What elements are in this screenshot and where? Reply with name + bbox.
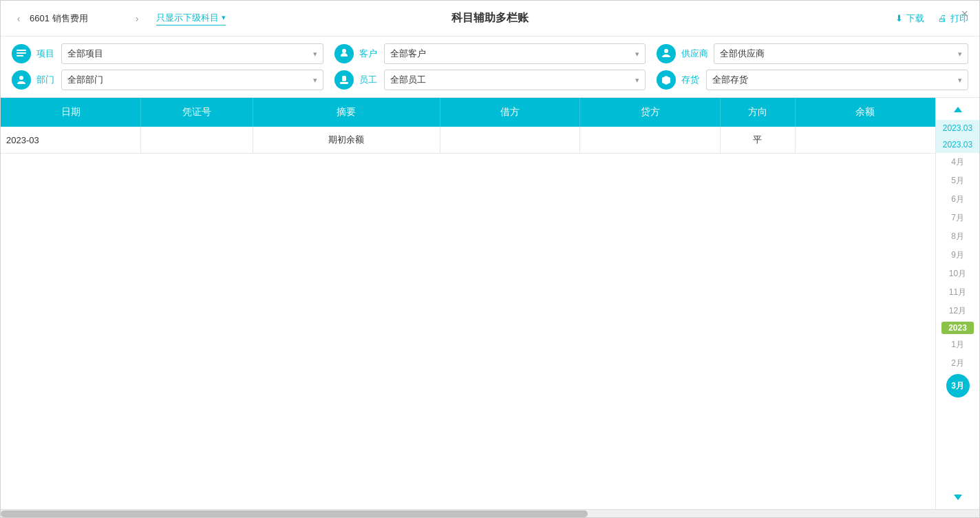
month-up-arrow[interactable] bbox=[948, 101, 968, 120]
month-down-arrow[interactable] bbox=[948, 487, 968, 506]
svg-point-4 bbox=[19, 76, 23, 80]
supplier-filter-item: 供应商 全部供应商 ▾ bbox=[657, 43, 968, 64]
cell-credit bbox=[580, 127, 721, 154]
inventory-value: 全部存货 bbox=[712, 74, 748, 86]
show-sub-toggle[interactable]: 只显示下级科目 ▾ bbox=[156, 12, 226, 25]
month-item-7[interactable]: 7月 bbox=[936, 209, 979, 227]
dept-label: 部门 bbox=[36, 74, 56, 86]
employee-icon bbox=[334, 70, 354, 90]
cell-debit bbox=[440, 127, 580, 154]
customer-label: 客户 bbox=[359, 48, 379, 60]
show-sub-arrow-icon: ▾ bbox=[222, 13, 226, 22]
show-sub-label: 只显示下级科目 bbox=[156, 12, 219, 24]
col-credit: 贷方 bbox=[580, 98, 721, 127]
month-item-3-active[interactable]: 3月 bbox=[946, 374, 970, 397]
month-item-1[interactable]: 1月 bbox=[936, 335, 979, 354]
month-item-9[interactable]: 9月 bbox=[936, 246, 979, 265]
download-button[interactable]: ⬇ 下载 bbox=[895, 12, 924, 25]
account-code: 6601 销售费用 bbox=[30, 12, 126, 25]
dept-select[interactable]: 全部部门 ▾ bbox=[61, 70, 323, 90]
customer-select[interactable]: 全部客户 ▾ bbox=[384, 43, 646, 64]
project-value: 全部项目 bbox=[67, 48, 103, 60]
month-item-5[interactable]: 5月 bbox=[936, 172, 979, 190]
top-bar: ‹ 6601 销售费用 › 只显示下级科目 ▾ 科目辅助多栏账 ⬇ 下载 🖨 打… bbox=[1, 1, 979, 37]
horizontal-scrollbar[interactable] bbox=[1, 509, 979, 517]
project-arrow-icon: ▾ bbox=[313, 50, 317, 59]
customer-icon bbox=[334, 44, 354, 63]
project-filter-item: 项目 全部项目 ▾ bbox=[12, 43, 323, 64]
top-actions: ⬇ 下载 🖨 打印 bbox=[895, 12, 968, 25]
filter-row-1: 项目 全部项目 ▾ 客户 全部客户 ▾ bbox=[12, 43, 968, 64]
dept-value: 全部部门 bbox=[67, 74, 103, 86]
main-table-area: 日期 凭证号 摘要 借方 贷方 方向 余额 2023-03 期初余额 bbox=[1, 98, 935, 509]
month-panel: 2023.03 2023.03 4月 5月 6月 7月 8月 9月 10月 11… bbox=[935, 98, 979, 509]
employee-select[interactable]: 全部员工 ▾ bbox=[384, 70, 646, 90]
cell-date: 2023-03 bbox=[1, 127, 141, 154]
year-label-2023[interactable]: 2023 bbox=[941, 322, 974, 334]
svg-rect-1 bbox=[17, 52, 26, 54]
cell-voucher bbox=[141, 127, 253, 154]
page-title: 科目辅助多栏账 bbox=[451, 11, 529, 25]
svg-rect-0 bbox=[17, 50, 26, 51]
col-balance: 余额 bbox=[795, 98, 935, 127]
month-item-2[interactable]: 2月 bbox=[936, 354, 979, 373]
col-voucher: 凭证号 bbox=[141, 98, 253, 127]
table-row[interactable]: 2023-03 期初余额 平 bbox=[1, 127, 935, 154]
ledger-table: 日期 凭证号 摘要 借方 贷方 方向 余额 2023-03 期初余额 bbox=[1, 98, 935, 154]
month-item-2023-03-end[interactable]: 2023.03 bbox=[936, 136, 979, 153]
dept-icon bbox=[12, 70, 31, 90]
col-direction: 方向 bbox=[721, 98, 796, 127]
svg-rect-2 bbox=[17, 55, 23, 56]
svg-marker-8 bbox=[954, 495, 962, 500]
customer-arrow-icon: ▾ bbox=[635, 50, 639, 59]
customer-value: 全部客户 bbox=[390, 48, 426, 60]
supplier-select[interactable]: 全部供应商 ▾ bbox=[714, 43, 968, 64]
month-item-8[interactable]: 8月 bbox=[936, 227, 979, 246]
month-item-2023-03-start[interactable]: 2023.03 bbox=[936, 120, 979, 136]
project-icon bbox=[12, 44, 31, 63]
col-debit: 借方 bbox=[440, 98, 580, 127]
month-item-6[interactable]: 6月 bbox=[936, 190, 979, 209]
inventory-select[interactable]: 全部存货 ▾ bbox=[706, 70, 968, 90]
customer-filter-item: 客户 全部客户 ▾ bbox=[334, 43, 646, 64]
dept-filter-item: 部门 全部部门 ▾ bbox=[12, 70, 323, 90]
supplier-icon bbox=[657, 44, 676, 63]
month-item-10[interactable]: 10月 bbox=[936, 265, 979, 283]
close-button[interactable]: × bbox=[961, 8, 968, 20]
svg-point-3 bbox=[664, 49, 668, 53]
cell-balance bbox=[795, 127, 935, 154]
employee-arrow-icon: ▾ bbox=[635, 76, 639, 85]
project-select[interactable]: 全部项目 ▾ bbox=[61, 43, 323, 64]
next-arrow[interactable]: › bbox=[130, 12, 144, 25]
month-item-11[interactable]: 11月 bbox=[936, 283, 979, 302]
col-date: 日期 bbox=[1, 98, 141, 127]
svg-marker-7 bbox=[954, 107, 962, 112]
svg-rect-6 bbox=[342, 76, 346, 81]
nav-area: ‹ 6601 销售费用 › 只显示下级科目 ▾ bbox=[12, 12, 226, 25]
cell-direction: 平 bbox=[721, 127, 796, 154]
employee-filter-item: 员工 全部员工 ▾ bbox=[334, 70, 646, 90]
supplier-arrow-icon: ▾ bbox=[958, 50, 962, 59]
prev-arrow[interactable]: ‹ bbox=[12, 12, 25, 25]
inventory-label: 存货 bbox=[681, 74, 701, 86]
inventory-arrow-icon: ▾ bbox=[958, 76, 962, 85]
inventory-icon bbox=[657, 70, 676, 90]
scrollbar-thumb[interactable] bbox=[1, 510, 588, 517]
month-item-4[interactable]: 4月 bbox=[936, 153, 979, 172]
employee-value: 全部员工 bbox=[390, 74, 426, 86]
cell-summary: 期初余额 bbox=[253, 127, 440, 154]
supplier-label: 供应商 bbox=[681, 48, 708, 60]
svg-rect-5 bbox=[340, 82, 348, 84]
col-summary: 摘要 bbox=[253, 98, 440, 127]
inventory-filter-item: 存货 全部存货 ▾ bbox=[657, 70, 968, 90]
download-icon: ⬇ bbox=[895, 13, 903, 23]
filter-area: 项目 全部项目 ▾ 客户 全部客户 ▾ bbox=[1, 37, 979, 98]
main-window: ‹ 6601 销售费用 › 只显示下级科目 ▾ 科目辅助多栏账 ⬇ 下载 🖨 打… bbox=[0, 0, 980, 518]
print-icon: 🖨 bbox=[938, 13, 947, 23]
supplier-value: 全部供应商 bbox=[720, 48, 765, 60]
table-container: 日期 凭证号 摘要 借方 贷方 方向 余额 2023-03 期初余额 bbox=[1, 98, 979, 509]
dept-arrow-icon: ▾ bbox=[313, 76, 317, 85]
month-item-12[interactable]: 12月 bbox=[936, 302, 979, 320]
project-label: 项目 bbox=[36, 48, 56, 60]
employee-label: 员工 bbox=[359, 74, 379, 86]
